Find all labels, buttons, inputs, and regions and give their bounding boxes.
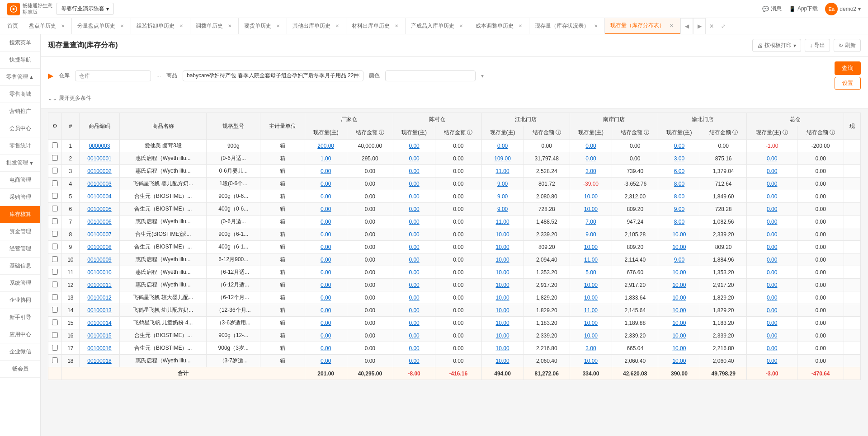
- sidebar-item-purchase[interactable]: 采购管理: [0, 189, 40, 206]
- jiangbei-stock-link[interactable]: 10.00: [496, 320, 509, 326]
- tab-transfer[interactable]: 调拨单历史 ✕: [190, 18, 239, 34]
- cell-checkbox[interactable]: [48, 317, 62, 329]
- jiangbei-stock-link[interactable]: 10.00: [496, 358, 509, 364]
- sidebar-item-ecommerce[interactable]: 电商管理: [0, 172, 40, 189]
- jiangbei-stock-link[interactable]: 0.00: [497, 143, 508, 149]
- warehouse-dots[interactable]: ···: [156, 73, 161, 79]
- yubei-stock-link[interactable]: 10.00: [672, 345, 686, 352]
- code-link[interactable]: 0000003: [89, 143, 110, 149]
- total-stock-link[interactable]: 0.00: [767, 155, 777, 162]
- jiangbei-stock-link[interactable]: 109.00: [494, 155, 511, 162]
- total-stock-link[interactable]: 0.00: [767, 219, 777, 225]
- cell-checkbox[interactable]: [48, 304, 62, 317]
- tab-stock-sub[interactable]: 分量盘点单历史 ✕: [72, 18, 131, 34]
- row-checkbox[interactable]: [52, 206, 58, 211]
- chen-stock-link[interactable]: 0.00: [409, 219, 419, 225]
- sidebar-item-quicknav[interactable]: 快捷导航: [0, 52, 40, 69]
- tab-prev-btn[interactable]: ◀: [680, 18, 693, 34]
- code-link[interactable]: 00100012: [87, 295, 111, 301]
- jiangbei-stock-link[interactable]: 11.00: [496, 219, 509, 225]
- sidebar-item-apps[interactable]: 应用中心: [0, 326, 40, 343]
- tab-close-stock-sub[interactable]: ✕: [119, 23, 125, 29]
- nanan-stock-link[interactable]: 7.00: [585, 219, 596, 225]
- chen-stock-link[interactable]: 0.00: [409, 345, 419, 352]
- factory-stock-link[interactable]: 0.00: [321, 181, 331, 187]
- row-checkbox[interactable]: [52, 357, 58, 363]
- refresh-button[interactable]: ↻ 刷新: [834, 39, 861, 52]
- nanan-stock-link[interactable]: 0.00: [585, 155, 596, 162]
- chen-stock-link[interactable]: 0.00: [409, 143, 419, 149]
- tab-close-stock-dist[interactable]: ✕: [668, 23, 675, 29]
- nanan-stock-link[interactable]: 10.00: [584, 320, 598, 326]
- tab-close-all-btn[interactable]: ✕: [706, 23, 717, 29]
- code-link[interactable]: 00100009: [87, 257, 111, 263]
- tab-purchase[interactable]: 要货单历史 ✕: [239, 18, 287, 34]
- total-stock-link[interactable]: 0.00: [767, 345, 777, 352]
- sidebar-item-retail-mall[interactable]: 零售商城: [0, 86, 40, 103]
- col-settings[interactable]: ⚙: [48, 113, 62, 140]
- tab-other-out[interactable]: 其他出库单历史 ✕: [287, 18, 346, 34]
- code-link[interactable]: 00100006: [87, 219, 111, 225]
- chen-stock-link[interactable]: 0.00: [409, 358, 419, 364]
- row-checkbox[interactable]: [52, 319, 58, 325]
- nanan-stock-link[interactable]: 10.00: [584, 282, 598, 288]
- tab-close-assembly[interactable]: ✕: [178, 23, 184, 29]
- row-checkbox[interactable]: [52, 168, 58, 173]
- chen-stock-link[interactable]: 0.00: [409, 244, 419, 250]
- code-link[interactable]: 00100002: [87, 168, 111, 174]
- factory-stock-link[interactable]: 0.00: [321, 295, 331, 301]
- total-stock-link[interactable]: 0.00: [767, 295, 777, 301]
- jiangbei-stock-link[interactable]: 10.00: [496, 345, 509, 352]
- tab-next-btn[interactable]: ▶: [693, 18, 706, 34]
- sidebar-item-finance[interactable]: 资金管理: [0, 223, 40, 240]
- tab-close-cost-adjust[interactable]: ✕: [517, 23, 524, 29]
- jiangbei-stock-link[interactable]: 9.00: [497, 206, 508, 212]
- yubei-stock-link[interactable]: 10.00: [672, 282, 686, 288]
- yubei-stock-link[interactable]: 10.00: [672, 295, 686, 301]
- sidebar-item-search[interactable]: 搜索英单: [0, 34, 40, 52]
- total-stock-link[interactable]: 0.00: [767, 231, 777, 238]
- tab-close-transfer[interactable]: ✕: [226, 23, 233, 29]
- code-link[interactable]: 00100003: [87, 181, 111, 187]
- row-checkbox[interactable]: [52, 294, 58, 300]
- yubei-stock-link[interactable]: 9.00: [674, 257, 684, 263]
- nanan-stock-link[interactable]: 10.00: [584, 358, 598, 364]
- app-download-action[interactable]: 📱 App下载: [789, 5, 818, 13]
- nanan-stock-link[interactable]: 10.00: [584, 295, 598, 301]
- code-link[interactable]: 00100005: [87, 206, 111, 212]
- jiangbei-stock-link[interactable]: 10.00: [496, 307, 509, 314]
- row-checkbox[interactable]: [52, 332, 58, 338]
- chen-stock-link[interactable]: 0.00: [409, 257, 419, 263]
- cell-checkbox[interactable]: [48, 241, 62, 253]
- nanan-stock-link[interactable]: 0.00: [585, 143, 596, 149]
- cell-checkbox[interactable]: [48, 178, 62, 190]
- cell-checkbox[interactable]: [48, 228, 62, 241]
- code-link[interactable]: 00100013: [87, 307, 111, 314]
- user-area[interactable]: Ea demo2 ▾: [825, 3, 861, 15]
- cell-checkbox[interactable]: [48, 355, 62, 367]
- jiangbei-stock-link[interactable]: 10.00: [496, 269, 509, 276]
- yubei-stock-link[interactable]: 9.00: [674, 206, 684, 212]
- cell-checkbox[interactable]: [48, 203, 62, 216]
- factory-stock-link[interactable]: 0.00: [321, 231, 331, 238]
- row-checkbox[interactable]: [52, 180, 58, 186]
- factory-stock-link[interactable]: 0.00: [321, 193, 331, 200]
- nanan-stock-link[interactable]: 10.00: [584, 206, 598, 212]
- nanan-stock-link[interactable]: 3.00: [585, 345, 596, 352]
- tab-close-other-out[interactable]: ✕: [334, 23, 340, 29]
- factory-stock-link[interactable]: 0.00: [321, 358, 331, 364]
- chen-stock-link[interactable]: 0.00: [409, 307, 419, 314]
- total-stock-link[interactable]: -1.00: [766, 143, 778, 149]
- factory-stock-link[interactable]: 1.00: [321, 155, 331, 162]
- code-link[interactable]: 00100015: [87, 333, 111, 339]
- total-stock-link[interactable]: 0.00: [767, 282, 777, 288]
- code-link[interactable]: 00100011: [87, 282, 111, 288]
- nanan-stock-link[interactable]: 11.00: [584, 307, 598, 314]
- yubei-stock-link[interactable]: 10.00: [672, 231, 686, 238]
- factory-stock-link[interactable]: 0.00: [321, 244, 331, 250]
- cell-checkbox[interactable]: [48, 291, 62, 304]
- jiangbei-stock-link[interactable]: 9.00: [497, 181, 508, 187]
- query-button[interactable]: 查询: [835, 61, 861, 75]
- tab-close-stock-status[interactable]: ✕: [593, 23, 599, 29]
- tab-assembly[interactable]: 组装拆卸单历史 ✕: [131, 18, 190, 34]
